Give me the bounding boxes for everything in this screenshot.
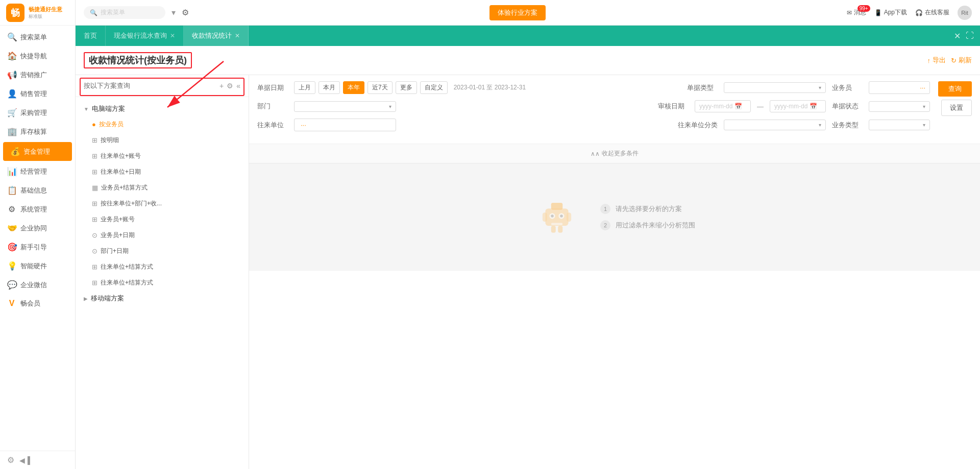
panel-header-actions: + ⚙ « <box>219 82 240 90</box>
guide-icon: 🎯 <box>7 242 16 252</box>
date-label: 单据日期 <box>257 83 288 92</box>
doc-type-select[interactable]: ▾ <box>724 82 826 93</box>
topbar-right: ✉ 消息 99+ 📱 App下载 🎧 在线客服 Rit <box>847 6 972 20</box>
messages-btn[interactable]: ✉ 消息 99+ <box>847 8 866 17</box>
topbar-settings-icon[interactable]: ⚙ <box>182 8 189 17</box>
add-scheme-btn[interactable]: + <box>219 82 224 90</box>
scheme-settings-btn[interactable]: ⚙ <box>227 82 233 90</box>
topbar-dropdown-icon[interactable]: ▾ <box>172 8 176 17</box>
right-filters: 单据类型 ▾ 业务员 ··· <box>687 81 930 94</box>
export-btn[interactable]: ↑ 导出 <box>927 56 946 65</box>
scheme-item-4[interactable]: ▦ 业务员+结算方式 <box>76 180 249 196</box>
sidebar-item-marketing[interactable]: 📢 营销推广 <box>0 65 75 84</box>
scheme-item-3[interactable]: ⊞ 往来单位+日期 <box>76 164 249 180</box>
svg-rect-7 <box>543 213 547 222</box>
sidebar-item-sales[interactable]: 👤 销售管理 <box>0 84 75 103</box>
filter-container: 单据日期 上月 本月 本年 近7天 更多 自定义 2023-01-01 至 20… <box>249 75 980 144</box>
review-date-end[interactable]: yyyy-mm-dd 📅 <box>770 100 826 112</box>
counterpart-cat-label: 往来单位分类 <box>678 121 718 130</box>
wechat-icon: 💬 <box>7 280 16 290</box>
tabbar-actions: ✕ ⛶ <box>948 26 980 46</box>
sidebar-item-collab[interactable]: 🤝 企业协同 <box>0 219 75 238</box>
mobile-scheme-parent[interactable]: ▶ 移动端方案 <box>76 291 249 306</box>
date-tab-7days[interactable]: 近7天 <box>368 81 393 94</box>
search-menu-box[interactable]: 🔍 搜索菜单 <box>84 6 165 19</box>
scheme-item-1[interactable]: ⊞ 按明细 <box>76 132 249 148</box>
sidebar-item-hardware[interactable]: 💡 智能硬件 <box>0 256 75 275</box>
counterpart-cat-select[interactable]: ▾ <box>724 120 826 130</box>
messages-badge: 99+ <box>857 5 870 12</box>
review-date-start[interactable]: yyyy-mm-dd 📅 <box>695 100 751 112</box>
settings-footer-icon[interactable]: ⚙ <box>7 455 14 465</box>
filter-row-2: 部门 ▾ 审核日期 yyyy-mm-dd 📅 <box>257 100 930 112</box>
sidebar-item-guide[interactable]: 🎯 新手引导 <box>0 238 75 256</box>
sidebar-item-system[interactable]: ⚙ 系统管理 <box>0 200 75 219</box>
calendar-icon-1: 📅 <box>734 103 742 110</box>
sidebar-item-finance[interactable]: 💰 资金管理 <box>3 142 72 161</box>
date-tab-more[interactable]: 更多 <box>396 81 417 94</box>
date-tab-this-month[interactable]: 本月 <box>318 81 340 94</box>
collapse-panel-btn[interactable]: « <box>236 82 240 90</box>
tab-collection-stats[interactable]: 收款情况统计 ✕ <box>184 26 249 46</box>
date-dash: — <box>757 103 764 110</box>
counterpart-cat-chevron: ▾ <box>819 122 821 128</box>
app-download-icon: 📱 <box>874 9 882 16</box>
scheme-item-9[interactable]: ⊞ 往来单位+结算方式 <box>76 259 249 275</box>
right-panel: 单据日期 上月 本月 本年 近7天 更多 自定义 2023-01-01 至 20… <box>249 75 980 469</box>
sidebar-item-vip[interactable]: V 畅会员 <box>0 294 75 313</box>
sidebar-item-search[interactable]: 🔍 搜索菜单 <box>0 28 75 46</box>
scheme-item-5[interactable]: ⊞ 按往来单位+部门+收... <box>76 196 249 212</box>
scheme-item-10[interactable]: ⊞ 往来单位+结算方式 <box>76 275 249 291</box>
sidebar-item-basic-info[interactable]: 📋 基础信息 <box>0 181 75 200</box>
biz-type-select[interactable]: ▾ <box>869 120 930 130</box>
tab-close-all-btn[interactable]: ✕ <box>954 31 961 41</box>
svg-rect-1 <box>551 203 563 210</box>
step-num-1: 1 <box>600 204 610 214</box>
scheme-item-8[interactable]: ⊙ 部门+日期 <box>76 243 249 259</box>
refresh-btn[interactable]: ↻ 刷新 <box>951 56 972 65</box>
app-download-btn[interactable]: 📱 App下载 <box>874 8 907 17</box>
tab-cash-flow-close[interactable]: ✕ <box>170 32 175 39</box>
page-header: 收款情况统计(按业务员) ↑ 导出 ↻ 刷新 <box>76 46 980 75</box>
sidebar-item-inventory[interactable]: 🏢 库存核算 <box>0 122 75 141</box>
tab-collection-stats-close[interactable]: ✕ <box>235 32 240 39</box>
scheme-item-0[interactable]: ● 按业务员 <box>76 116 249 132</box>
sidebar-item-wechat[interactable]: 💬 企业微信 <box>0 275 75 294</box>
scheme-item-2[interactable]: ⊞ 往来单位+账号 <box>76 148 249 164</box>
vip-icon: V <box>7 299 16 308</box>
tabbar: 首页 现金银行流水查询 ✕ 收款情况统计 ✕ ✕ ⛶ <box>76 26 980 46</box>
collapse-sidebar-icon[interactable]: ◀▐ <box>19 456 30 464</box>
online-service-btn[interactable]: 🎧 在线客服 <box>915 8 949 17</box>
date-tab-last-month[interactable]: 上月 <box>294 81 315 94</box>
empty-step-1: 1 请先选择要分析的方案 <box>600 204 695 214</box>
scheme-icon-2: ⊞ <box>92 152 97 160</box>
tab-cash-flow[interactable]: 现金银行流水查询 ✕ <box>106 26 184 46</box>
sidebar-footer: ⚙ ◀▐ <box>0 451 75 469</box>
settings-btn[interactable]: 设置 <box>941 100 972 116</box>
date-tab-this-year[interactable]: 本年 <box>343 81 364 94</box>
basic-info-icon: 📋 <box>7 185 16 195</box>
right-filters-2: 审核日期 yyyy-mm-dd 📅 — yyyy-mm-dd 📅 <box>658 100 930 112</box>
collab-icon: 🤝 <box>7 223 16 233</box>
desktop-scheme-parent[interactable]: ▼ 电脑端方案 <box>76 101 249 116</box>
sidebar-item-purchase[interactable]: 🛒 采购管理 <box>0 103 75 122</box>
salesperson-select[interactable]: ··· <box>869 81 930 94</box>
sidebar-item-operations[interactable]: 📊 经营管理 <box>0 162 75 181</box>
date-tab-custom[interactable]: 自定义 <box>420 81 448 94</box>
trial-btn[interactable]: 体验行业方案 <box>489 5 546 20</box>
collapse-bar[interactable]: ∧∧ 收起更多条件 <box>249 144 980 163</box>
tab-maximize-btn[interactable]: ⛶ <box>966 31 974 40</box>
doc-status-select[interactable]: ▾ <box>869 101 930 112</box>
query-btn[interactable]: 查询 <box>938 81 972 97</box>
inventory-icon: 🏢 <box>7 127 16 136</box>
scheme-item-7[interactable]: ⊙ 业务员+日期 <box>76 227 249 243</box>
finance-icon: 💰 <box>10 147 19 156</box>
dept-select[interactable]: ▾ <box>294 101 396 112</box>
counterpart-select[interactable]: ··· <box>294 119 396 131</box>
user-avatar-btn[interactable]: Rit <box>958 6 972 20</box>
scheme-item-6[interactable]: ⊞ 业务员+账号 <box>76 212 249 227</box>
home-icon: 🏠 <box>7 51 16 61</box>
sidebar-item-quicknav[interactable]: 🏠 快捷导航 <box>0 46 75 65</box>
tab-home[interactable]: 首页 <box>76 26 106 46</box>
logo-text: 畅捷通好生意 标准版 <box>29 6 62 20</box>
